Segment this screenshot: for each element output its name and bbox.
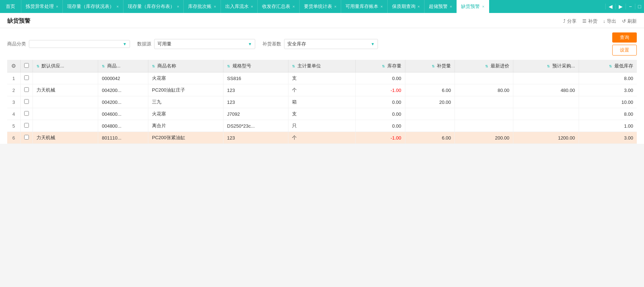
col-stock-header[interactable]: ⇅ 库存量	[355, 60, 405, 72]
row-checkbox[interactable]	[24, 87, 29, 92]
close-tab-btn[interactable]: ×	[380, 4, 383, 9]
nav-tab-tab-collect[interactable]: 收发存汇总表×	[258, 0, 299, 13]
col-code-label: 商品...	[107, 63, 121, 69]
nav-window-max-btn[interactable]: □	[635, 4, 644, 9]
col-gear-header[interactable]: ⚙	[7, 60, 20, 72]
close-tab-btn[interactable]: ×	[116, 4, 118, 9]
col-code-header[interactable]: ⇅ 商品...	[98, 60, 148, 72]
row-checkbox[interactable]	[24, 99, 29, 104]
row-stock: -1.00	[355, 84, 405, 96]
replenish-sort-icon: ⇅	[432, 64, 435, 68]
row-latest-price	[455, 108, 513, 120]
nav-tabs: 拣货异常处理×现存量（库存状况表）×现存量（库存分布表）×库存批次账×出入库流水…	[21, 0, 489, 13]
unit-sort-icon: ⇅	[292, 64, 295, 68]
close-tab-btn[interactable]: ×	[292, 4, 295, 9]
row-code: 0000042	[98, 72, 148, 84]
nav-tab-tab-available[interactable]: 可用量库存账本×	[341, 0, 387, 13]
close-tab-btn[interactable]: ×	[177, 4, 179, 9]
export-btn[interactable]: ↓ 导出	[603, 18, 617, 25]
close-tab-btn[interactable]: ×	[418, 4, 420, 9]
col-checkbox-header[interactable]	[20, 60, 32, 72]
replenish-base-chevron-icon: ▼	[371, 42, 375, 46]
nav-tab-tab-batch[interactable]: 库存批次账×	[184, 0, 221, 13]
row-checkbox[interactable]	[24, 75, 29, 80]
col-unit-header[interactable]: ⇅ 主计量单位	[288, 60, 356, 72]
row-supplier	[32, 96, 98, 108]
select-all-checkbox[interactable]	[24, 63, 29, 68]
share-btn[interactable]: ⤴ 分享	[563, 18, 576, 25]
row-supplier: 力天机械	[32, 132, 98, 144]
nav-home[interactable]: 首页	[0, 0, 21, 13]
row-replenish: 20.00	[405, 96, 455, 108]
row-checkbox-cell[interactable]	[20, 84, 32, 96]
page-header: 缺货预警 ⤴ 分享 ☰ 补货 ↓ 导出 ↺ 刷新	[0, 13, 644, 28]
nav-tab-tab-demand[interactable]: 要货单统计表×	[300, 0, 341, 13]
row-unit: 个	[288, 132, 356, 144]
row-seq: 3	[7, 96, 20, 108]
col-est-purchase-header[interactable]: ⇅ 预计采购...	[513, 60, 579, 72]
row-checkbox-cell[interactable]	[20, 108, 32, 120]
row-checkbox[interactable]	[24, 111, 29, 116]
row-min-stock: 1.00	[579, 120, 637, 132]
nav-prev-btn[interactable]: ◀	[605, 4, 615, 9]
row-checkbox-cell[interactable]	[20, 120, 32, 132]
table-body: 1 0000042 火花塞 SS816 支 0.00 8.00 2 力天机械 0…	[7, 72, 637, 144]
refresh-btn[interactable]: ↺ 刷新	[622, 18, 637, 25]
settings-button[interactable]: 设置	[612, 45, 637, 56]
spec-sort-icon: ⇅	[227, 64, 230, 68]
col-spec-header[interactable]: ⇅ 规格型号	[223, 60, 288, 72]
column-settings-icon[interactable]: ⚙	[11, 63, 16, 69]
nav-tab-tab-inout[interactable]: 出入库流水×	[221, 0, 258, 13]
row-replenish: 6.00	[405, 132, 455, 144]
col-replenish-header[interactable]: ⇅ 补货量	[405, 60, 455, 72]
nav-tab-tab-overstock[interactable]: 超储预警×	[425, 0, 457, 13]
close-tab-btn[interactable]: ×	[334, 4, 336, 9]
row-replenish: 6.00	[405, 84, 455, 96]
row-checkbox-cell[interactable]	[20, 132, 32, 144]
nav-window-min-btn[interactable]: −	[626, 4, 635, 9]
close-tab-btn[interactable]: ×	[56, 4, 58, 9]
category-label: 商品分类	[7, 41, 26, 47]
nav-tab-tab-stock-status[interactable]: 现存量（库存状况表）×	[63, 0, 123, 13]
nav-tab-tab-abnormal[interactable]: 拣货异常处理×	[21, 0, 63, 13]
export-icon: ↓	[603, 18, 606, 24]
datasource-select[interactable]: 可用量 ▼	[154, 39, 255, 49]
row-latest-price	[455, 72, 513, 84]
nav-tab-tab-expiry[interactable]: 保质期查询×	[388, 0, 425, 13]
row-latest-price: 80.00	[455, 84, 513, 96]
replenish-base-select[interactable]: 安全库存 ▼	[284, 39, 378, 49]
replenish-btn[interactable]: ☰ 补货	[582, 18, 597, 25]
row-unit: 个	[288, 84, 356, 96]
col-spec-label: 规格型号	[232, 63, 251, 69]
nav-next-btn[interactable]: ▶	[615, 4, 626, 9]
col-min-stock-header[interactable]: ⇅ 最低库存	[579, 60, 637, 72]
col-name-header[interactable]: ⇅ 商品名称	[148, 60, 223, 72]
query-button[interactable]: 查询	[612, 32, 637, 43]
row-checkbox[interactable]	[24, 135, 29, 140]
table-header: ⚙ ⇅ 默认供应... ⇅ 商品... ⇅ 商品名称	[7, 60, 637, 72]
nav-tab-tab-shortage[interactable]: 缺货预警×	[457, 0, 489, 13]
nav-tab-tab-stock-dist[interactable]: 现存量（库存分布表）×	[123, 0, 184, 13]
row-checkbox-cell[interactable]	[20, 72, 32, 84]
share-icon: ⤴	[563, 18, 566, 24]
category-select[interactable]: ▼	[29, 40, 130, 48]
row-checkbox-cell[interactable]	[20, 96, 32, 108]
row-checkbox[interactable]	[24, 123, 29, 128]
export-label: 导出	[607, 18, 616, 25]
datasource-label: 数据源	[137, 41, 151, 47]
close-tab-btn[interactable]: ×	[450, 4, 452, 9]
latest-price-sort-icon: ⇅	[485, 64, 488, 68]
col-latest-price-header[interactable]: ⇅ 最新进价	[455, 60, 513, 72]
col-supplier-header[interactable]: ⇅ 默认供应...	[32, 60, 98, 72]
row-stock: 0.00	[355, 96, 405, 108]
row-est-purchase	[513, 96, 579, 108]
replenish-base-filter-group: 补货基数 安全库存 ▼	[262, 39, 378, 49]
table-row: 2 力天机械 004200... PC200油缸庄子 123 个 -1.00 6…	[7, 84, 637, 96]
col-stock-label: 库存量	[387, 63, 401, 69]
close-tab-btn[interactable]: ×	[251, 4, 253, 9]
replenish-base-select-value: 安全库存	[287, 41, 306, 47]
close-tab-btn[interactable]: ×	[214, 4, 216, 9]
row-est-purchase: 1200.00	[513, 132, 579, 144]
close-tab-btn[interactable]: ×	[482, 4, 484, 9]
row-unit: 支	[288, 72, 356, 84]
